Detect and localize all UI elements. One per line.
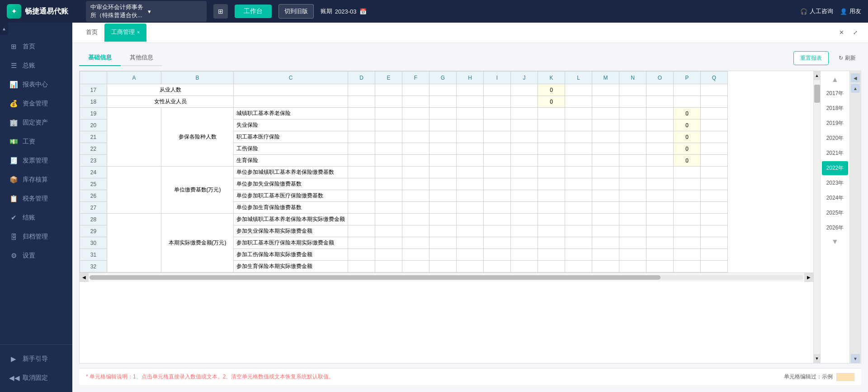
refresh-button[interactable]: ↻ 刷新 — [833, 52, 861, 65]
company-settings-icon[interactable]: ⊞ — [213, 4, 228, 19]
ai-consult-button[interactable]: 🎧 人工咨询 — [800, 7, 833, 15]
scroll-up-btn[interactable]: ▲ — [814, 71, 821, 80]
expand-window-icon[interactable]: ⤢ — [849, 29, 861, 36]
vertical-scrollbar[interactable]: ▲ ▼ — [813, 71, 820, 363]
year-nav-up[interactable]: ▲ — [821, 73, 849, 86]
reset-report-button[interactable]: 重置报表 — [793, 51, 829, 65]
col-header-j[interactable]: J — [511, 72, 538, 84]
col-header-l[interactable]: L — [565, 72, 592, 84]
col-header-p[interactable]: P — [674, 72, 701, 84]
cell-17-a[interactable]: 从业人数 — [107, 84, 234, 96]
sidebar-item-ledger[interactable]: ☰ 总账 — [0, 56, 72, 75]
workspace-button[interactable]: 工作台 — [235, 5, 272, 18]
cell-17-c[interactable] — [234, 84, 348, 96]
scroll-thumb[interactable] — [90, 275, 660, 280]
cell-19-a[interactable] — [107, 108, 161, 167]
cell-30-c[interactable]: 参加职工基本医疗保险本期实际缴费金额 — [234, 237, 348, 249]
cell-17-k[interactable]: 0 — [538, 84, 565, 96]
cell-26-c[interactable]: 单位参加职工基本医疗保险缴费基数 — [234, 190, 348, 202]
col-header-e[interactable]: E — [375, 72, 402, 84]
cell-20-p[interactable]: 0 — [674, 120, 701, 131]
sidebar-item-home[interactable]: ⊞ 首页 — [0, 37, 72, 56]
year-2018[interactable]: 2018年 — [822, 101, 848, 115]
year-2025[interactable]: 2025年 — [822, 206, 848, 220]
col-header-m[interactable]: M — [592, 72, 619, 84]
nav-collapse-btn[interactable]: ◀ — [851, 73, 860, 82]
sub-tab-basic[interactable]: 基础信息 — [79, 50, 121, 66]
sidebar-item-salary[interactable]: 💵 工资 — [0, 132, 72, 151]
cell-27-c[interactable]: 单位参加生育保险缴费基数 — [234, 202, 348, 214]
cell-18-a[interactable]: 女性从业人员 — [107, 96, 234, 108]
sidebar-item-tax[interactable]: 📋 税务管理 — [0, 189, 72, 208]
cell-19-p[interactable]: 0 — [674, 108, 701, 120]
nav-expand-btn[interactable]: ▲ — [851, 84, 860, 93]
year-2023[interactable]: 2023年 — [822, 176, 848, 190]
cell-19-b[interactable]: 参保各险种人数 — [161, 108, 234, 167]
tab-industry[interactable]: 工商管理 × — [104, 24, 146, 42]
sidebar-scroll-up[interactable]: ▲ — [0, 23, 8, 35]
company-selector[interactable]: 中审众环会计师事务所（特殊普通合伙... ▾ — [86, 1, 207, 22]
cell-21-p[interactable]: 0 — [674, 131, 701, 143]
nav-down-btn[interactable]: ▼ — [851, 354, 860, 363]
year-2026[interactable]: 2026年 — [822, 221, 848, 235]
col-header-k[interactable]: K — [538, 72, 565, 84]
col-header-h[interactable]: H — [457, 72, 484, 84]
cell-25-c[interactable]: 单位参加失业保险缴费基数 — [234, 178, 348, 190]
year-2021[interactable]: 2021年 — [822, 146, 848, 160]
sidebar-item-settings[interactable]: ⚙ 设置 — [0, 246, 72, 265]
col-header-o[interactable]: O — [646, 72, 674, 84]
close-window-icon[interactable]: × — [836, 29, 847, 37]
sidebar-item-inventory[interactable]: 📦 库存核算 — [0, 170, 72, 189]
cell-28-c[interactable]: 参加城镇职工基本养老保险本期实际缴费金额 — [234, 214, 348, 225]
year-2017[interactable]: 2017年 — [822, 86, 848, 100]
cell-18-c[interactable] — [234, 96, 348, 108]
sidebar-item-fund[interactable]: 💰 资金管理 — [0, 94, 72, 113]
cell-21-c[interactable]: 职工基本医疗保险 — [234, 131, 348, 143]
cell-28-b[interactable]: 本期实际缴费金额(万元) — [161, 214, 234, 272]
col-header-a[interactable]: A — [107, 72, 161, 84]
cell-22-p[interactable]: 0 — [674, 143, 701, 155]
cell-32-c[interactable]: 参加生育保险本期实际缴费金额 — [234, 261, 348, 272]
sidebar-item-invoice[interactable]: 🧾 发票管理 — [0, 151, 72, 170]
col-header-d[interactable]: D — [348, 72, 375, 84]
col-header-b[interactable]: B — [161, 72, 234, 84]
year-2020[interactable]: 2020年 — [822, 131, 848, 145]
calendar-icon[interactable]: 📅 — [359, 8, 367, 15]
cell-31-c[interactable]: 参加工伤保险本期实际缴费金额 — [234, 249, 348, 261]
sheet-main[interactable]: A B C D E F G H I J K L — [80, 71, 813, 363]
tab-home[interactable]: 首页 — [79, 24, 104, 42]
cell-22-c[interactable]: 工伤保险 — [234, 143, 348, 155]
sidebar-item-close[interactable]: ✔ 结账 — [0, 208, 72, 227]
scroll-down-btn[interactable]: ▼ — [814, 354, 821, 363]
user-avatar[interactable]: 👤 用友 — [840, 7, 861, 15]
cell-28-a[interactable] — [107, 214, 161, 272]
col-header-n[interactable]: N — [619, 72, 646, 84]
col-header-q[interactable]: Q — [701, 72, 728, 84]
scroll-track[interactable] — [90, 275, 803, 280]
cell-19-c[interactable]: 城镇职工基本养老保险 — [234, 108, 348, 120]
sub-tab-other[interactable]: 其他信息 — [121, 50, 162, 66]
scroll-thumb-v[interactable] — [814, 85, 820, 103]
old-version-button[interactable]: 切到旧版 — [278, 4, 314, 19]
sidebar-item-report[interactable]: 📊 报表中心 — [0, 75, 72, 94]
col-header-g[interactable]: G — [429, 72, 457, 84]
cell-23-p[interactable]: 0 — [674, 155, 701, 167]
cell-24-a[interactable] — [107, 167, 161, 214]
cell-24-b[interactable]: 单位缴费基数(万元) — [161, 167, 234, 214]
year-2019[interactable]: 2019年 — [822, 116, 848, 130]
sidebar-item-unpin[interactable]: ◀◀ 取消固定 — [0, 368, 72, 387]
scroll-right-btn[interactable]: ▶ — [804, 273, 813, 282]
cell-23-c[interactable]: 生育保险 — [234, 155, 348, 167]
col-header-c[interactable]: C — [234, 72, 348, 84]
sidebar-item-asset[interactable]: 🏢 固定资产 — [0, 113, 72, 132]
col-header-i[interactable]: I — [484, 72, 511, 84]
scroll-left-btn[interactable]: ◀ — [80, 273, 89, 282]
tab-close-icon[interactable]: × — [137, 29, 140, 35]
year-2024[interactable]: 2024年 — [822, 191, 848, 205]
horizontal-scrollbar[interactable]: ◀ ▶ — [80, 272, 813, 282]
sidebar-item-guide[interactable]: ▶ 新手引导 — [0, 349, 72, 368]
cell-24-c[interactable]: 单位参加城镇职工基本养老保险缴费基数 — [234, 167, 348, 178]
year-nav-down[interactable]: ▼ — [821, 235, 849, 248]
year-2022[interactable]: 2022年 — [822, 161, 848, 175]
cell-20-c[interactable]: 失业保险 — [234, 120, 348, 131]
